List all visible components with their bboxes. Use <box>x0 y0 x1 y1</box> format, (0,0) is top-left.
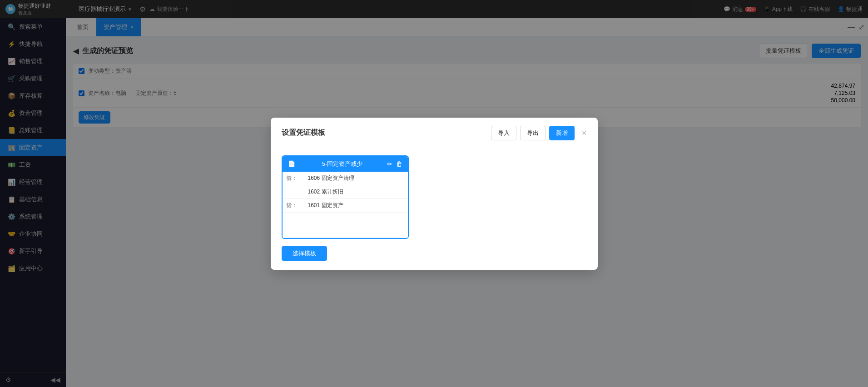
template-card-actions: ✏ 🗑 <box>387 160 402 168</box>
template-edit-button[interactable]: ✏ <box>387 160 392 168</box>
template-card-header: 📄 5-固定资产减少 ✏ 🗑 <box>283 156 408 172</box>
template-row-1: 1602 累计折旧 <box>283 185 408 199</box>
select-template-button[interactable]: 选择模板 <box>282 246 327 261</box>
import-button[interactable]: 导入 <box>491 126 516 140</box>
template-row-4-empty <box>283 225 408 238</box>
new-button[interactable]: 新增 <box>549 126 575 140</box>
template-card-body: 借： 1606 固定资产清理 1602 累计折旧 贷： 1601 固定资产 <box>283 172 408 238</box>
template-row-0-account: 1606 固定资产清理 <box>308 174 404 182</box>
template-card-icon: 📄 <box>288 160 295 167</box>
modal-body: 📄 5-固定资产减少 ✏ 🗑 借： 1606 固定资产清理 1602 累计折旧 <box>271 146 598 270</box>
modal-header-actions: 导入 导出 新增 <box>491 126 575 140</box>
modal-close-button[interactable]: × <box>582 129 587 137</box>
export-button[interactable]: 导出 <box>520 126 546 140</box>
modal-header: 设置凭证模板 导入 导出 新增 × <box>271 118 598 146</box>
set-template-modal: 设置凭证模板 导入 导出 新增 × 📄 5-固定资产减少 ✏ 🗑 <box>271 118 598 270</box>
template-row-2-type: 贷： <box>286 202 308 209</box>
template-row-2: 贷： 1601 固定资产 <box>283 199 408 213</box>
template-row-2-account: 1601 固定资产 <box>308 202 404 209</box>
template-row-1-account: 1602 累计折旧 <box>308 188 404 196</box>
modal-title: 设置凭证模板 <box>282 128 325 138</box>
template-row-0-type: 借： <box>286 174 308 182</box>
modal-overlay: 设置凭证模板 导入 导出 新增 × 📄 5-固定资产减少 ✏ 🗑 <box>0 0 868 387</box>
template-delete-button[interactable]: 🗑 <box>396 160 402 168</box>
template-row-3-empty <box>283 213 408 225</box>
template-card: 📄 5-固定资产减少 ✏ 🗑 借： 1606 固定资产清理 1602 累计折旧 <box>282 155 409 239</box>
template-card-name: 5-固定资产减少 <box>322 160 363 168</box>
template-row-0: 借： 1606 固定资产清理 <box>283 172 408 185</box>
